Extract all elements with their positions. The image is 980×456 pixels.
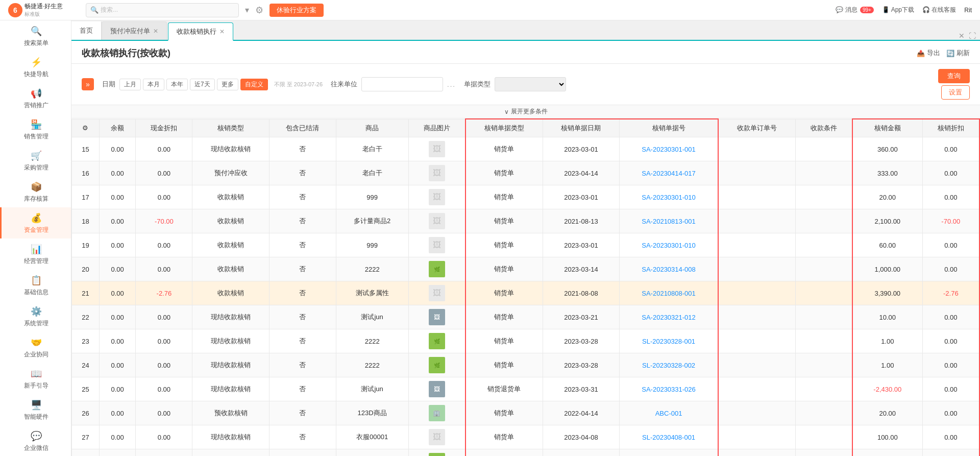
sidebar-item-basic[interactable]: 📋 基础信息 [0, 270, 71, 301]
sidebar-item-inventory[interactable]: 📦 库存核算 [0, 176, 71, 207]
cell-cancel-bill-no[interactable]: SL-20230408-001 [620, 425, 718, 449]
settings-icon[interactable]: ⚙ [255, 5, 263, 16]
cell-cancel-bill-no[interactable]: SA-20230321-012 [620, 305, 718, 329]
sidebar-item-sales[interactable]: 🏪 销售管理 [0, 114, 71, 145]
tab-home[interactable]: 首页 [71, 21, 102, 40]
cell-cancel-bill-no[interactable]: SA-20230331-026 [620, 377, 718, 401]
cell-cancel-bill-date: 2023-03-28 [543, 353, 620, 377]
tab-prepay[interactable]: 预付冲应付单 ✕ [102, 21, 167, 40]
cell-cancel-bill-no[interactable]: SA-20230301-001 [620, 137, 718, 161]
th-included-cleared: 包含已结清 [269, 119, 336, 137]
bill-type-select[interactable] [495, 77, 566, 91]
prepay-tab-close[interactable]: ✕ [153, 28, 158, 35]
cell-cancel-bill-no[interactable]: SA-20230314-008 [620, 257, 718, 281]
logo-name: 畅捷通·好生意 [24, 2, 63, 11]
period-custom[interactable]: 自定义 [240, 79, 268, 90]
table-row: 28 0.00 0.00 现结收款核销 否 2222 🌿 销货单 2023-04… [72, 449, 980, 457]
sidebar-item-guide[interactable]: 📖 新手引导 [0, 363, 71, 394]
th-settings[interactable]: ⚙ [72, 119, 100, 137]
cell-cancel-discount: 0.00 [922, 401, 979, 425]
cell-cancel-amount: 360.00 [852, 137, 922, 161]
period-more[interactable]: 更多 [217, 79, 238, 90]
sidebar-item-operation[interactable]: 📊 经营管理 [0, 238, 71, 270]
sidebar-item-search[interactable]: 🔍 搜索菜单 [0, 20, 71, 52]
cell-cash-discount: 0.00 [136, 353, 192, 377]
th-cancel-discount: 核销折扣 [922, 119, 979, 137]
data-table: ⚙ 余额 现金折扣 核销类型 包含已结清 商品 商品图片 核销单据类型 核销单据… [71, 118, 980, 456]
cell-cancel-type: 现结收款核销 [192, 425, 270, 449]
cell-cancel-bill-no[interactable]: SA-20210808-001 [620, 281, 718, 305]
cell-balance: 0.00 [99, 401, 135, 425]
period-7days[interactable]: 近7天 [190, 79, 215, 90]
page-actions: 📤 导出 🔄 刷新 [917, 49, 970, 58]
table-container[interactable]: ⚙ 余额 现金折扣 核销类型 包含已结清 商品 商品图片 核销单据类型 核销单据… [71, 118, 980, 456]
cell-included-cleared: 否 [269, 425, 336, 449]
sidebar-item-finance[interactable]: 💰 资金管理 [0, 207, 71, 238]
cell-cancel-bill-no[interactable]: SL-20230418-001 [620, 449, 718, 457]
cell-cancel-bill-no[interactable]: SA-20230301-010 [620, 233, 718, 257]
tab-collection[interactable]: 收款核销执行 ✕ [168, 22, 233, 41]
app-download[interactable]: 📱 App下载 [882, 6, 914, 14]
expand-more-bar[interactable]: ∨ 展开更多条件 [71, 105, 980, 118]
sidebar-item-enterprise[interactable]: 🤝 企业协同 [0, 332, 71, 363]
sidebar-item-wechat[interactable]: 💬 企业微信 [0, 425, 71, 456]
tab-bar-controls: ✕ ⛶ [959, 32, 980, 40]
industry-btn[interactable]: 休验行业方案 [270, 4, 324, 17]
bill-no-link: SA-20230314-008 [642, 266, 696, 273]
setting-btn[interactable]: 设置 [941, 85, 970, 100]
cell-cancel-type: 预收款核销 [192, 401, 270, 425]
cell-cancel-bill-date: 2021-08-08 [543, 281, 620, 305]
close-all-icon[interactable]: ✕ [959, 32, 965, 40]
sidebar-item-purchase[interactable]: 🛒 采购管理 [0, 145, 71, 176]
sidebar-item-hardware[interactable]: 🖥️ 智能硬件 [0, 394, 71, 425]
user-name[interactable]: Rit [964, 7, 972, 14]
tab-bar: 首页 预付冲应付单 ✕ 收款核销执行 ✕ ✕ ⛶ [71, 20, 980, 41]
refresh-btn[interactable]: 🔄 刷新 [946, 49, 970, 58]
cell-cancel-bill-no[interactable]: SL-20230328-002 [620, 353, 718, 377]
sidebar-item-quick[interactable]: ⚡ 快捷导航 [0, 52, 71, 83]
cell-cancel-bill-no[interactable]: SA-20230301-010 [620, 185, 718, 209]
bill-no-link: SA-20230414-017 [642, 170, 696, 177]
logo-sub: 标准版 [24, 11, 63, 18]
cell-included-cleared: 否 [269, 353, 336, 377]
cell-goods: 999 [336, 185, 408, 209]
cell-no: 19 [72, 233, 100, 257]
top-search[interactable]: 🔍 搜索... [86, 3, 239, 17]
sidebar-label-system: 系统管理 [24, 319, 48, 328]
refresh-icon: 🔄 [946, 50, 954, 57]
query-btn[interactable]: 查询 [938, 69, 970, 83]
period-this-month[interactable]: 本月 [143, 79, 164, 90]
sidebar-item-marketing[interactable]: 📢 营销推广 [0, 83, 71, 114]
collection-tab-close[interactable]: ✕ [219, 28, 225, 35]
cell-cancel-bill-no[interactable]: SA-20230414-017 [620, 161, 718, 185]
period-last-month[interactable]: 上月 [119, 79, 141, 90]
cell-cancel-amount: 60.00 [852, 233, 922, 257]
cell-cancel-amount: 100.00 [852, 425, 922, 449]
maximize-icon[interactable]: ⛶ [969, 32, 976, 40]
cell-cancel-bill-no[interactable]: ABC-001 [620, 401, 718, 425]
cell-cancel-type: 收款核销 [192, 185, 270, 209]
message-area[interactable]: 💬 消息 99+ [836, 6, 874, 14]
period-this-year[interactable]: 本年 [166, 79, 188, 90]
cell-cancel-bill-type: 销货单 [465, 257, 543, 281]
from-unit-input[interactable] [361, 77, 443, 91]
cell-cancel-discount: 0.00 [922, 185, 979, 209]
cell-collection-condition [795, 233, 852, 257]
cell-cancel-bill-no[interactable]: SA-20210813-001 [620, 209, 718, 233]
cell-included-cleared: 否 [269, 185, 336, 209]
cell-collection-order-no [718, 425, 795, 449]
export-btn[interactable]: 📤 导出 [917, 49, 940, 58]
cell-included-cleared: 否 [269, 281, 336, 305]
filter-expand-btn[interactable]: » [82, 78, 94, 90]
sidebar-item-system[interactable]: ⚙️ 系统管理 [0, 301, 71, 332]
date-filter: 日期 上月 本月 本年 近7天 更多 自定义 不限 至 2023-07-26 [102, 79, 323, 90]
cell-cancel-bill-no[interactable]: SL-20230328-001 [620, 329, 718, 353]
cell-cancel-bill-date: 2023-04-08 [543, 425, 620, 449]
sidebar-label-operation: 经营管理 [24, 257, 48, 266]
dropdown-icon[interactable]: ▾ [245, 5, 249, 15]
cell-collection-order-no [718, 185, 795, 209]
from-unit-label: 往来单位 [331, 80, 357, 89]
online-service[interactable]: 🎧 在线客服 [922, 6, 956, 14]
sidebar-label-purchase: 采购管理 [24, 163, 48, 172]
logo-icon: 6 [8, 3, 22, 17]
